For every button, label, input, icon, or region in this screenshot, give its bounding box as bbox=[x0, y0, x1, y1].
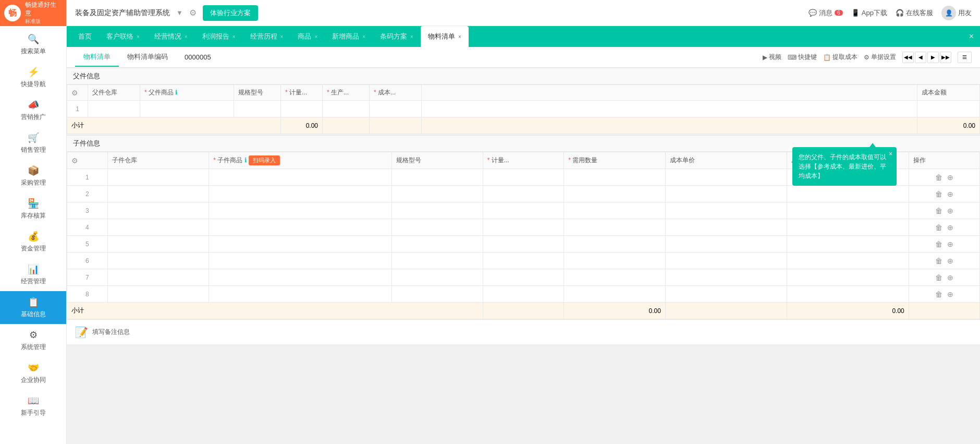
child-cell-spec-4[interactable] bbox=[391, 219, 483, 236]
list-view-btn[interactable]: ☰ bbox=[958, 52, 972, 63]
delete-btn-8[interactable]: 🗑 bbox=[934, 289, 944, 299]
user-item[interactable]: 👤 用友 bbox=[941, 6, 972, 20]
nav-tab-close-profit[interactable]: × bbox=[232, 34, 236, 40]
child-cell-unit-cost-8[interactable] bbox=[665, 286, 787, 303]
parent-cell-warehouse-1[interactable] bbox=[88, 101, 140, 117]
delete-btn-3[interactable]: 🗑 bbox=[934, 206, 944, 216]
delete-btn-5[interactable]: 🗑 bbox=[934, 239, 944, 249]
child-cell-unit-3[interactable] bbox=[483, 202, 564, 219]
child-cell-product-1[interactable] bbox=[209, 169, 391, 186]
sidebar-item-system[interactable]: ⚙ 系统管理 bbox=[0, 324, 66, 357]
page-first-btn[interactable]: ◀◀ bbox=[902, 52, 914, 63]
child-settings-icon[interactable]: ⚙ bbox=[71, 157, 78, 165]
child-cell-unit-1[interactable] bbox=[483, 169, 564, 186]
child-cell-unit-cost-6[interactable] bbox=[665, 253, 787, 269]
child-cell-unit-cost-4[interactable] bbox=[665, 219, 787, 236]
nav-tab-profit[interactable]: 利润报告× bbox=[195, 26, 243, 47]
child-cell-qty-7[interactable] bbox=[564, 269, 666, 286]
parent-cell-spec-1[interactable] bbox=[234, 101, 281, 117]
parent-cell-production-1[interactable] bbox=[323, 101, 370, 117]
child-cell-spec-1[interactable] bbox=[391, 169, 483, 186]
child-cell-unit-cost-5[interactable] bbox=[665, 236, 787, 253]
child-cell-unit-5[interactable] bbox=[483, 236, 564, 253]
sidebar-item-sales[interactable]: 🛒 销售管理 bbox=[0, 127, 66, 160]
child-cell-spec-3[interactable] bbox=[391, 202, 483, 219]
child-cell-product-5[interactable] bbox=[209, 236, 391, 253]
child-cell-warehouse-1[interactable] bbox=[107, 169, 209, 186]
nav-tab-new-product[interactable]: 新增商品× bbox=[325, 26, 373, 47]
sidebar-item-guide[interactable]: 📖 新手引导 bbox=[0, 390, 66, 423]
child-cell-unit-2[interactable] bbox=[483, 186, 564, 202]
dropdown-icon[interactable]: ▼ bbox=[176, 9, 183, 17]
nav-tab-close-business[interactable]: × bbox=[185, 34, 188, 40]
child-cell-product-4[interactable] bbox=[209, 219, 391, 236]
parent-cell-product-1[interactable] bbox=[140, 101, 234, 117]
sidebar-item-quick-nav[interactable]: ⚡ 快捷导航 bbox=[0, 61, 66, 94]
sidebar-item-finance[interactable]: 💰 资金管理 bbox=[0, 225, 66, 258]
child-cell-warehouse-5[interactable] bbox=[107, 236, 209, 253]
child-cell-qty-8[interactable] bbox=[564, 286, 666, 303]
nav-tab-business[interactable]: 经营情况× bbox=[147, 26, 195, 47]
app-download-item[interactable]: 📱 App下载 bbox=[851, 8, 887, 18]
child-cell-spec-5[interactable] bbox=[391, 236, 483, 253]
delete-btn-4[interactable]: 🗑 bbox=[934, 222, 944, 233]
nav-tab-close-new-product[interactable]: × bbox=[362, 34, 365, 40]
copy-btn-3[interactable]: ⊕ bbox=[946, 206, 955, 216]
child-cell-unit-cost-7[interactable] bbox=[665, 269, 787, 286]
sidebar-item-basic[interactable]: 📋 基础信息 bbox=[0, 291, 66, 324]
scan-btn[interactable]: 扫码录入 bbox=[249, 155, 280, 165]
child-cell-qty-6[interactable] bbox=[564, 253, 666, 269]
parent-settings-icon[interactable]: ⚙ bbox=[71, 89, 78, 97]
page-prev-btn[interactable]: ◀ bbox=[915, 52, 926, 63]
page-last-btn[interactable]: ▶▶ bbox=[940, 52, 951, 63]
sub-tab-bom-code[interactable]: 物料清单编码 bbox=[119, 48, 176, 67]
child-cell-product-3[interactable] bbox=[209, 202, 391, 219]
child-cell-spec-8[interactable] bbox=[391, 286, 483, 303]
tooltip-close-btn[interactable]: × bbox=[889, 149, 892, 159]
nav-tab-close-customer[interactable]: × bbox=[137, 34, 140, 40]
delete-btn-6[interactable]: 🗑 bbox=[934, 256, 944, 266]
nav-tab-history[interactable]: 经营历程× bbox=[243, 26, 291, 47]
nav-tab-close-barcode[interactable]: × bbox=[410, 34, 413, 40]
child-cell-warehouse-2[interactable] bbox=[107, 186, 209, 202]
child-cell-product-6[interactable] bbox=[209, 253, 391, 269]
child-cell-qty-5[interactable] bbox=[564, 236, 666, 253]
child-cell-unit-cost-2[interactable] bbox=[665, 186, 787, 202]
nav-tab-product[interactable]: 商品× bbox=[290, 26, 325, 47]
close-all-tabs-btn[interactable]: × bbox=[967, 32, 976, 41]
copy-btn-5[interactable]: ⊕ bbox=[946, 239, 955, 249]
nav-tab-customer[interactable]: 客户联络× bbox=[99, 26, 147, 47]
nav-tab-bom[interactable]: 物料清单× bbox=[421, 26, 469, 47]
copy-btn-8[interactable]: ⊕ bbox=[946, 289, 955, 299]
message-item[interactable]: 💬 消息 6 bbox=[808, 8, 843, 18]
child-cell-warehouse-3[interactable] bbox=[107, 202, 209, 219]
sidebar-item-marketing[interactable]: 📣 营销推广 bbox=[0, 94, 66, 127]
child-cell-spec-7[interactable] bbox=[391, 269, 483, 286]
settings-icon[interactable]: ⚙ bbox=[189, 8, 197, 18]
nav-tab-home[interactable]: 首页 bbox=[71, 26, 99, 47]
copy-btn-1[interactable]: ⊕ bbox=[946, 172, 955, 183]
single-settings-action[interactable]: ⚙ 单据设置 bbox=[864, 53, 896, 62]
nav-tab-close-history[interactable]: × bbox=[280, 34, 284, 40]
nav-tab-close-bom[interactable]: × bbox=[458, 34, 461, 40]
child-cell-product-7[interactable] bbox=[209, 269, 391, 286]
experience-btn[interactable]: 体验行业方案 bbox=[203, 5, 258, 21]
page-next-btn[interactable]: ▶ bbox=[927, 52, 939, 63]
child-cell-unit-4[interactable] bbox=[483, 219, 564, 236]
child-cell-unit-8[interactable] bbox=[483, 286, 564, 303]
child-cell-qty-2[interactable] bbox=[564, 186, 666, 202]
sidebar-item-inventory[interactable]: 🏪 库存核算 bbox=[0, 193, 66, 225]
child-cell-unit-cost-1[interactable] bbox=[665, 169, 787, 186]
child-cell-product-2[interactable] bbox=[209, 186, 391, 202]
online-service-item[interactable]: 🎧 在线客服 bbox=[896, 8, 933, 18]
child-cell-warehouse-7[interactable] bbox=[107, 269, 209, 286]
child-cell-spec-6[interactable] bbox=[391, 253, 483, 269]
child-cell-unit-cost-3[interactable] bbox=[665, 202, 787, 219]
child-cell-product-8[interactable] bbox=[209, 286, 391, 303]
delete-btn-1[interactable]: 🗑 bbox=[934, 172, 944, 183]
child-cell-qty-1[interactable] bbox=[564, 169, 666, 186]
extract-cost-action[interactable]: 📋 提取成本 bbox=[823, 53, 858, 62]
child-cell-warehouse-6[interactable] bbox=[107, 253, 209, 269]
copy-btn-7[interactable]: ⊕ bbox=[946, 272, 955, 283]
sidebar-item-purchase[interactable]: 📦 采购管理 bbox=[0, 160, 66, 193]
